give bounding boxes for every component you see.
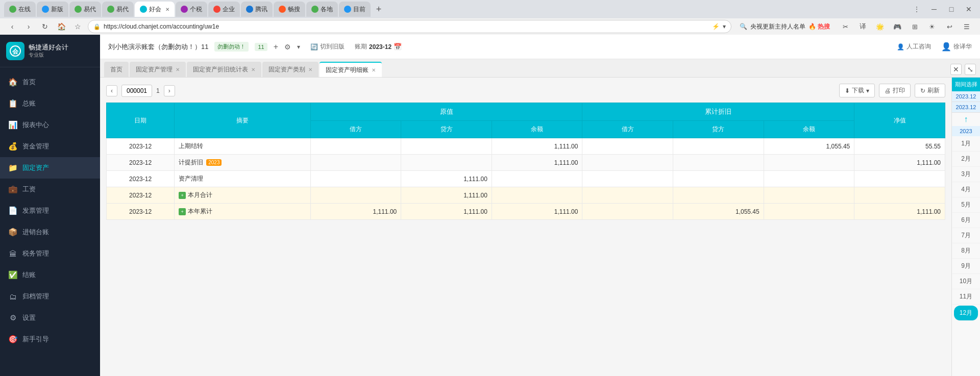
table-cell-orig-credit: 1,111.00 bbox=[401, 204, 492, 220]
table-cell-accum-credit bbox=[673, 187, 764, 204]
table-cell-summary: 资产清理 bbox=[175, 171, 310, 187]
maximize-button[interactable]: □ bbox=[944, 4, 959, 15]
period-date-to[interactable]: 2023.12 bbox=[952, 102, 980, 113]
dropdown-arrow-icon[interactable]: ▾ bbox=[297, 43, 300, 51]
period-month-item[interactable]: 3月 bbox=[952, 167, 980, 182]
lock-icon: 🔒 bbox=[93, 23, 101, 30]
next-page-button[interactable]: › bbox=[164, 85, 175, 96]
print-button[interactable]: 🖨 打印 bbox=[879, 84, 911, 97]
game-icon[interactable]: 🎮 bbox=[890, 20, 904, 33]
bookmark-button[interactable]: ☆ bbox=[71, 20, 84, 33]
tab-tengxun[interactable]: 腾讯 bbox=[241, 2, 273, 17]
wallet-icon[interactable]: 🌟 bbox=[873, 20, 887, 33]
tab-more-button[interactable]: ⋮ bbox=[910, 2, 924, 16]
closing-icon: ✅ bbox=[8, 270, 17, 280]
period-month-item[interactable]: 12月 bbox=[954, 306, 978, 321]
tab-geshui[interactable]: 个税 bbox=[176, 2, 207, 17]
home-button[interactable]: 🏠 bbox=[55, 20, 67, 33]
sidebar-item-label: 工资 bbox=[22, 185, 36, 194]
period-month-item[interactable]: 2月 bbox=[952, 152, 980, 167]
period-month-item[interactable]: 1月 bbox=[952, 136, 980, 152]
tab-close-icon[interactable]: ✕ bbox=[176, 67, 180, 72]
table-cell-accum-credit bbox=[673, 171, 764, 187]
page-code-input[interactable] bbox=[121, 85, 152, 97]
tab-close-icon[interactable]: ✕ bbox=[372, 67, 376, 73]
tab-haokuai[interactable]: 好会 ✕ bbox=[135, 2, 175, 17]
tab-yidai1[interactable]: 易代 bbox=[69, 2, 101, 17]
tab-close-icon[interactable]: ✕ bbox=[165, 7, 169, 12]
tab-new[interactable]: 新版 bbox=[37, 2, 68, 17]
assets-icon: 📁 bbox=[8, 163, 17, 172]
tab-qiye[interactable]: 企业 bbox=[208, 2, 240, 17]
sidebar-item-label: 固定资产 bbox=[22, 163, 49, 172]
address-bar[interactable]: 🔒 https://cloud.chanjet.com/accounting/u… bbox=[88, 20, 731, 33]
sidebar-item-label: 归档管理 bbox=[22, 292, 49, 301]
tab-close-icon[interactable]: ✕ bbox=[251, 67, 255, 72]
new-tab-button[interactable]: + bbox=[372, 2, 386, 16]
sidebar-item-fixed-assets[interactable]: 📁 固定资产 bbox=[0, 157, 100, 179]
fullscreen-button[interactable]: ⤡ bbox=[965, 64, 976, 75]
grid-icon[interactable]: ⊞ bbox=[908, 20, 922, 33]
close-window-button[interactable]: ✕ bbox=[962, 4, 976, 15]
tab-online[interactable]: 在线 bbox=[4, 2, 36, 17]
sidebar-item-settings[interactable]: ⚙ 设置 bbox=[0, 307, 100, 329]
prev-page-button[interactable]: ‹ bbox=[106, 85, 117, 96]
tab-yidai2[interactable]: 易代 bbox=[102, 2, 134, 17]
menu-icon[interactable]: ☰ bbox=[960, 20, 974, 33]
sidebar-item-reports[interactable]: 📊 报表中心 bbox=[0, 114, 100, 136]
consultant-button[interactable]: 👤 人工咨询 bbox=[893, 40, 935, 53]
reload-button[interactable]: ↻ bbox=[39, 20, 51, 33]
tab-chang[interactable]: 畅搜 bbox=[274, 2, 305, 17]
tab-close-icon[interactable]: ✕ bbox=[308, 67, 312, 72]
download-button[interactable]: ⬇ 下载 ▾ bbox=[839, 84, 875, 97]
tab-depreciation-stats[interactable]: 固定资产折旧统计表 ✕ bbox=[187, 62, 261, 77]
scroll-up-button[interactable]: ↑ bbox=[952, 113, 980, 126]
tab-label: 企业 bbox=[223, 5, 235, 14]
sidebar-item-funds[interactable]: 💰 资金管理 bbox=[0, 136, 100, 157]
period-month-item[interactable]: 8月 bbox=[952, 243, 980, 259]
tab-gedi[interactable]: 各地 bbox=[306, 2, 338, 17]
period-date-from[interactable]: 2023.12 bbox=[952, 91, 980, 102]
period-month-item[interactable]: 11月 bbox=[952, 289, 980, 305]
user-info[interactable]: 👤 徐译华 bbox=[941, 42, 972, 52]
sidebar-item-closing[interactable]: ✅ 结账 bbox=[0, 264, 100, 286]
collapse-button[interactable]: ✕ bbox=[950, 64, 962, 75]
table-cell-date: 2023-12 bbox=[107, 138, 175, 155]
undo-icon[interactable]: ↩ bbox=[942, 20, 957, 33]
header-right-area: 👤 人工咨询 👤 徐译华 bbox=[893, 40, 972, 53]
brightness-icon[interactable]: ☀ bbox=[925, 20, 939, 33]
sidebar-item-invoices[interactable]: 📄 发票管理 bbox=[0, 200, 100, 221]
period-month-item[interactable]: 5月 bbox=[952, 197, 980, 213]
sidebar-item-tax[interactable]: 🏛 税务管理 bbox=[0, 243, 100, 264]
forward-button[interactable]: › bbox=[22, 20, 35, 33]
tab-muqian[interactable]: 目前 bbox=[339, 2, 371, 17]
period-month-item[interactable]: 6月 bbox=[952, 213, 980, 228]
tab-fixed-assets-management[interactable]: 固定资产管理 ✕ bbox=[130, 62, 186, 77]
sidebar-item-label: 资金管理 bbox=[22, 142, 49, 151]
table-cell-orig-balance bbox=[492, 171, 582, 187]
period-month-item[interactable]: 4月 bbox=[952, 182, 980, 197]
period-month-item[interactable]: 9月 bbox=[952, 259, 980, 274]
sidebar-item-payroll[interactable]: 💼 工资 bbox=[0, 179, 100, 200]
sidebar-item-archive[interactable]: 🗂 归档管理 bbox=[0, 286, 100, 307]
sidebar-item-general-ledger[interactable]: 📋 总账 bbox=[0, 93, 100, 114]
back-button[interactable]: ‹ bbox=[6, 20, 18, 33]
refresh-button[interactable]: ↻ 刷新 bbox=[915, 84, 945, 97]
tab-asset-detail-ledger[interactable]: 固定资产明细账 ✕ bbox=[320, 62, 382, 77]
period-month-item[interactable]: 7月 bbox=[952, 228, 980, 243]
minimize-button[interactable]: ─ bbox=[927, 4, 941, 15]
period-month-item[interactable]: 10月 bbox=[952, 274, 980, 289]
tab-asset-category[interactable]: 固定资产类别 ✕ bbox=[262, 62, 318, 77]
tab-home[interactable]: 首页 bbox=[104, 62, 129, 77]
settings-dropdown-icon[interactable]: ⚙ bbox=[284, 43, 291, 51]
translate-icon[interactable]: 译 bbox=[855, 20, 870, 33]
sidebar-item-home[interactable]: 🏠 首页 bbox=[0, 71, 100, 93]
hot-search-label[interactable]: 🔥 热搜 bbox=[808, 22, 830, 31]
scissors-icon[interactable]: ✂ bbox=[838, 20, 852, 33]
add-company-button[interactable]: + bbox=[274, 42, 278, 52]
calendar-icon: 📅 bbox=[394, 43, 402, 51]
period-selector[interactable]: 账期 2023-12 📅 bbox=[355, 42, 402, 51]
switch-to-old-button[interactable]: 🔄 切到旧版 bbox=[306, 40, 349, 53]
sidebar-item-guide[interactable]: 🎯 新手引导 bbox=[0, 329, 100, 350]
sidebar-item-purchase-sales[interactable]: 📦 进销台账 bbox=[0, 221, 100, 243]
